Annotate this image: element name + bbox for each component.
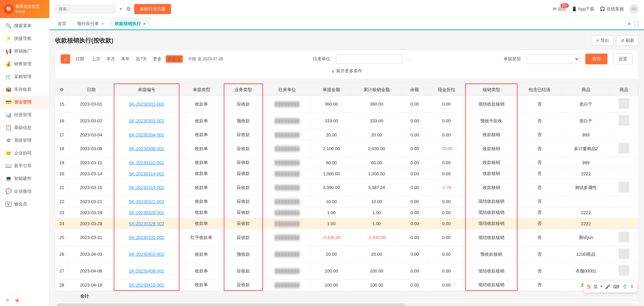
bill-no-link[interactable]: SK-20230328-001 bbox=[129, 210, 164, 215]
bill-type-select[interactable] bbox=[526, 54, 580, 64]
maximize-icon[interactable]: ⛶ bbox=[634, 21, 639, 26]
bill-no-link[interactable]: SK-20230418-001 bbox=[129, 283, 164, 288]
sidebar-item-system[interactable]: ⚙ 系统管理 bbox=[0, 134, 49, 147]
sidebar-item-inventory[interactable]: 📦 库存核算 bbox=[0, 83, 49, 96]
cell-balance: 0.00 bbox=[402, 129, 427, 140]
counterparty-input[interactable] bbox=[336, 55, 403, 64]
toolbar-mic-btn[interactable]: 🎤 bbox=[605, 284, 610, 289]
cell-date: 2023-04-03 bbox=[68, 246, 114, 263]
date-7days-btn[interactable]: 近7天 bbox=[134, 55, 149, 63]
bill-no-link[interactable]: SK-20230308-001 bbox=[129, 146, 164, 151]
cell-goods: 衣服00001 bbox=[562, 263, 610, 280]
query-btn[interactable]: 查询 bbox=[585, 54, 607, 64]
expand-filter-btn[interactable]: » bbox=[61, 54, 70, 64]
cell-num: 19 bbox=[55, 157, 68, 168]
date-range-display: 不限 至 2023-07-26 bbox=[188, 56, 223, 62]
messages-btn[interactable]: ✉ 消息 99+ bbox=[553, 6, 567, 12]
close-tab-icon[interactable]: ✕ bbox=[627, 21, 631, 26]
date-thisyear-btn[interactable]: 本年 bbox=[119, 55, 132, 63]
collapse-icon[interactable]: ◀ bbox=[15, 297, 18, 303]
collection-close-icon[interactable]: ✕ bbox=[143, 22, 146, 26]
cell-num: 28 bbox=[55, 280, 68, 291]
sidebar-item-member[interactable]: V 畅会员 bbox=[0, 198, 49, 210]
bill-no-link[interactable]: SK-20230408-001 bbox=[129, 268, 164, 273]
bill-no-link[interactable]: SK-20230314-001 bbox=[129, 171, 164, 176]
cell-biz-type: 应收款 bbox=[224, 157, 263, 168]
toolbar-grid-btn[interactable]: ⠿ bbox=[630, 284, 634, 289]
cell-goods-img bbox=[610, 246, 638, 263]
cell-bill-no[interactable]: SK-20230315-002 bbox=[114, 179, 179, 196]
online-service-btn[interactable]: 🎧 在线客服 bbox=[600, 6, 624, 12]
sidebar-item-marketing[interactable]: 📢 营销推广 bbox=[0, 45, 49, 58]
date-more-btn[interactable]: 更多 bbox=[151, 55, 164, 63]
bill-no-link[interactable]: SK-20230403-002 bbox=[129, 252, 164, 257]
cell-date: 2023-04-08 bbox=[68, 263, 114, 280]
sidebar-item-hardware[interactable]: 💻 智能硬件 bbox=[0, 172, 49, 185]
cell-bill-no[interactable]: SK-20230418-001 bbox=[114, 280, 179, 291]
sidebar-item-guide[interactable]: 📖 新手引导 bbox=[0, 160, 49, 172]
app-download-btn[interactable]: 📱 App下载 bbox=[572, 6, 594, 12]
cell-date: 2023-03-14 bbox=[68, 168, 114, 179]
bill-no-link[interactable]: SK-20230301-002 bbox=[129, 102, 164, 107]
cell-bill-no[interactable]: SK-20230308-001 bbox=[114, 140, 179, 157]
app-label: App下载 bbox=[578, 6, 594, 11]
finance-icon: 💳 bbox=[5, 99, 11, 105]
date-custom-btn[interactable]: 自定义 bbox=[166, 55, 183, 63]
sidebar-label-sales: 销售管理 bbox=[14, 61, 32, 67]
expand-more-conditions[interactable]: ∨ 展开更多条件 bbox=[61, 67, 633, 75]
table-scrollbar[interactable] bbox=[57, 303, 637, 306]
cell-bill-no[interactable]: SK-20230310-001 bbox=[114, 157, 179, 168]
cell-bill-no[interactable]: SK-20230331-002 bbox=[114, 229, 179, 246]
tab-home[interactable]: 首页 bbox=[52, 18, 72, 30]
export-btn[interactable]: ↗ 导出 bbox=[591, 36, 613, 46]
tab-collection[interactable]: 收款核销执行 ✕ bbox=[109, 18, 151, 30]
user-avatar[interactable]: Rit bbox=[629, 4, 639, 14]
sidebar-item-wechat[interactable]: 💬 企业微信 bbox=[0, 185, 49, 198]
col-settings[interactable]: ⚙ bbox=[55, 84, 68, 96]
cell-bill-no[interactable]: SK-20230328-001 bbox=[114, 207, 179, 218]
bill-no-link[interactable]: SK-20230328-002 bbox=[129, 221, 164, 226]
sidebar-item-operation[interactable]: 📊 经营管理 bbox=[0, 109, 49, 121]
refresh-btn[interactable]: ↺ 刷新 bbox=[616, 36, 639, 46]
cell-bill-no[interactable]: SK-20230321-003 bbox=[114, 196, 179, 207]
cell-bill-type: 收款单 bbox=[179, 179, 224, 196]
sidebar-item-quick[interactable]: ⚡ 快捷导航 bbox=[0, 32, 49, 45]
prepay-close-icon[interactable]: ✕ bbox=[101, 22, 104, 26]
bill-no-link[interactable]: SK-20230302-002 bbox=[129, 118, 164, 123]
bill-no-link[interactable]: SK-20230321-003 bbox=[129, 199, 164, 204]
cell-bill-amount: 333.00 bbox=[312, 113, 351, 129]
cell-bill-no[interactable]: SK-20230408-001 bbox=[114, 263, 179, 280]
search-input[interactable] bbox=[55, 5, 115, 13]
cell-goods-img bbox=[610, 263, 638, 280]
toolbar-english-btn[interactable]: 英 bbox=[593, 284, 598, 290]
sidebar-item-sales[interactable]: 💰 销售管理 bbox=[0, 58, 49, 70]
industry-btn[interactable]: 体验行业方案 bbox=[134, 4, 171, 14]
cell-bill-no[interactable]: SK-20230403-002 bbox=[114, 246, 179, 263]
sidebar-item-basic[interactable]: 📋 基础信息 bbox=[0, 121, 49, 134]
toolbar-keyboard-btn[interactable]: ⌨ bbox=[613, 284, 620, 289]
gear-icon[interactable]: ⚙ bbox=[126, 6, 131, 12]
sidebar-item-search[interactable]: 🔍 搜索菜单 bbox=[0, 19, 49, 32]
sidebar-item-finance[interactable]: 💳 资金管理 bbox=[0, 96, 49, 109]
setting-btn[interactable]: 设置 bbox=[613, 53, 633, 65]
cell-bill-no[interactable]: SK-20230328-002 bbox=[114, 218, 179, 229]
cell-balance: 0.00 bbox=[402, 263, 427, 280]
cell-bill-no[interactable]: SK-20230304-001 bbox=[114, 129, 179, 140]
purchase-icon: 🛒 bbox=[5, 74, 11, 80]
messages-badge: 99+ bbox=[560, 3, 569, 8]
sidebar-item-purchase[interactable]: 🛒 采购管理 bbox=[0, 70, 49, 83]
cell-include-settled: 否 bbox=[517, 157, 562, 168]
bill-no-link[interactable]: SK-20230331-002 bbox=[129, 235, 164, 240]
tab-prepay[interactable]: 预付应付单 ✕ bbox=[72, 18, 109, 30]
cell-bill-no[interactable]: SK-20230302-002 bbox=[114, 113, 179, 129]
bill-no-link[interactable]: SK-20230315-002 bbox=[129, 185, 164, 190]
settings-icon[interactable]: ⚙ bbox=[5, 298, 9, 303]
bill-no-link[interactable]: SK-20230304-001 bbox=[129, 132, 164, 137]
bill-no-link[interactable]: SK-20230310-001 bbox=[129, 160, 164, 165]
sidebar-item-corp[interactable]: 🤝 企业协同 bbox=[0, 147, 49, 160]
date-lastmonth-btn[interactable]: 上月 bbox=[90, 55, 102, 63]
toolbar-shirt-btn[interactable]: 👕 bbox=[622, 284, 628, 289]
date-thismonth-btn[interactable]: 本月 bbox=[104, 55, 117, 63]
cell-bill-no[interactable]: SK-20230314-001 bbox=[114, 168, 179, 179]
cell-bill-no[interactable]: SK-20230301-002 bbox=[114, 96, 179, 113]
